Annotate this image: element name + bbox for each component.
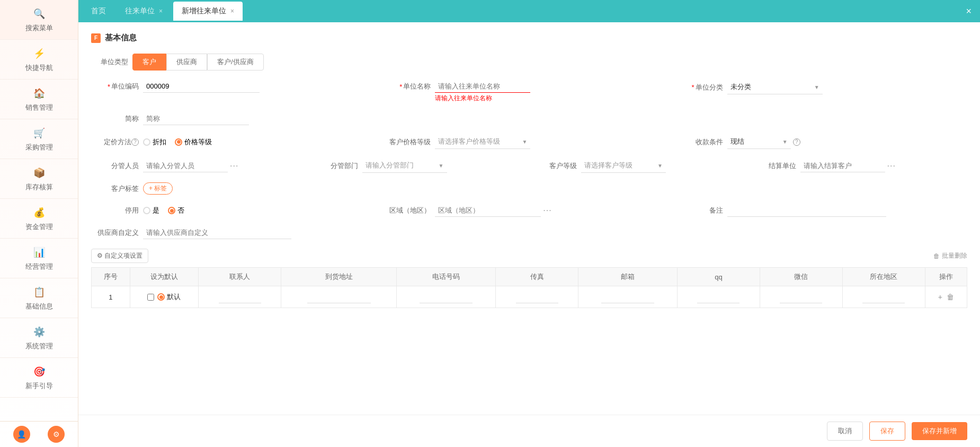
unit-type-customer-btn[interactable]: 客户 xyxy=(132,54,166,71)
sidebar-item-basic[interactable]: 📋 基础信息 xyxy=(0,278,78,318)
row-wechat-input[interactable] xyxy=(780,291,822,303)
sidebar-item-purchase[interactable]: 🛒 采购管理 xyxy=(0,119,78,159)
sidebar-item-system[interactable]: ⚙️ 系统管理 xyxy=(0,318,78,358)
remark-input[interactable] xyxy=(727,204,886,217)
sidebar: 🔍 搜索菜单 ⚡ 快捷导航 🏠 销售管理 🛒 采购管理 📦 库存核算 💰 资金管… xyxy=(0,0,78,447)
row-region[interactable] xyxy=(842,286,925,308)
row-email-input[interactable] xyxy=(601,291,654,303)
row-contact[interactable] xyxy=(199,286,281,308)
add-tag-button[interactable]: + 标签 xyxy=(143,182,173,195)
sidebar-item-guide[interactable]: 🎯 新手引导 xyxy=(0,358,78,398)
settlement-unit-dots[interactable]: ··· xyxy=(887,161,896,171)
supplier-custom-label-group: 供应商自定义 xyxy=(91,228,139,238)
region-field: 区域（地区） ··· xyxy=(383,204,675,217)
sidebar-item-sales[interactable]: 🏠 销售管理 xyxy=(0,80,78,119)
unit-name-input[interactable] xyxy=(435,80,530,93)
row-region-input[interactable] xyxy=(862,291,905,303)
tab-units[interactable]: 往来单位 × xyxy=(117,2,171,21)
tab-units-close[interactable]: × xyxy=(159,8,163,14)
row-address-input[interactable] xyxy=(307,291,371,303)
unit-type-both-btn[interactable]: 客户/供应商 xyxy=(207,54,264,71)
pricing-discount-radio[interactable]: 折扣 xyxy=(143,137,166,147)
manager-field: 分管人员 ··· xyxy=(91,160,310,172)
row-qq-input[interactable] xyxy=(697,291,740,303)
batch-delete-button[interactable]: 🗑 批量删除 xyxy=(933,251,967,260)
sidebar-item-label: 资金管理 xyxy=(25,222,53,232)
unit-category-value: 未分类 xyxy=(730,82,812,92)
row-address[interactable] xyxy=(281,286,397,308)
row-del-btn[interactable]: 🗑 xyxy=(947,293,954,301)
row-fax[interactable] xyxy=(496,286,578,308)
sidebar-item-finance[interactable]: 💰 资金管理 xyxy=(0,199,78,239)
region-dots[interactable]: ··· xyxy=(543,206,551,215)
department-select[interactable]: 请输入分管部门 ▼ xyxy=(362,159,447,173)
settlement-unit-label: 结算单位 xyxy=(769,161,796,171)
sidebar-bottom: 👤 ⚙ xyxy=(0,421,78,447)
section-title-icon: F xyxy=(91,33,101,43)
tab-bar-close-all[interactable]: × xyxy=(961,6,976,17)
row-phone[interactable] xyxy=(397,286,496,308)
sidebar-item-label: 搜索菜单 xyxy=(25,23,53,33)
sidebar-user-btn[interactable]: 👤 xyxy=(13,426,30,443)
settlement-unit-input[interactable] xyxy=(800,160,885,172)
row-phone-input[interactable] xyxy=(420,291,473,303)
pricing-level-radio[interactable]: 价格等级 xyxy=(175,137,212,147)
payment-terms-value: 现结 xyxy=(730,137,780,146)
save-new-button[interactable]: 保存并新增 xyxy=(912,422,967,440)
unit-name-star: * xyxy=(399,83,402,91)
payment-terms-help[interactable]: ? xyxy=(793,138,800,146)
manager-dots[interactable]: ··· xyxy=(230,161,238,171)
supplier-custom-input[interactable] xyxy=(143,226,291,239)
payment-terms-select[interactable]: 现结 ▼ xyxy=(727,135,791,149)
row-qq[interactable] xyxy=(677,286,760,308)
short-name-input[interactable] xyxy=(143,112,249,125)
tab-new-unit[interactable]: 新增往来单位 × xyxy=(173,2,243,21)
payment-terms-label: 收款条件 xyxy=(696,137,723,147)
unit-name-label: 单位名称 xyxy=(403,82,431,91)
unit-category-chevron: ▼ xyxy=(814,84,819,90)
disabled-yes-circle xyxy=(143,207,150,214)
disabled-field: 停用 是 否 xyxy=(91,206,383,215)
settlement-unit-field: 结算单位 ··· xyxy=(749,160,968,172)
customer-price-level-placeholder: 请选择客户价格等级 xyxy=(438,137,520,146)
row-contact-input[interactable] xyxy=(219,291,261,303)
row-fax-input[interactable] xyxy=(516,291,558,303)
department-placeholder: 请输入分管部门 xyxy=(366,161,436,170)
save-button[interactable]: 保存 xyxy=(869,422,905,441)
unit-type-field: 单位类型 客户 供应商 客户/供应商 xyxy=(91,54,967,71)
sidebar-item-search[interactable]: 🔍 搜索菜单 xyxy=(0,0,78,40)
disabled-no-radio[interactable]: 否 xyxy=(168,206,184,215)
sidebar-item-label: 库存核算 xyxy=(25,182,53,192)
row-select-checkbox[interactable] xyxy=(147,294,154,301)
sidebar-item-inventory[interactable]: 📦 库存核算 xyxy=(0,159,78,199)
tab-new-unit-close[interactable]: × xyxy=(230,8,234,14)
unit-category-select[interactable]: 未分类 ▼ xyxy=(727,80,823,94)
customer-price-level-select[interactable]: 请选择客户价格等级 ▼ xyxy=(435,135,530,149)
cancel-button[interactable]: 取消 xyxy=(827,422,863,441)
row-add-btn[interactable]: + xyxy=(938,293,942,301)
sidebar-settings-btn[interactable]: ⚙ xyxy=(48,426,65,443)
manager-input[interactable] xyxy=(143,160,228,172)
sidebar-item-operations[interactable]: 📊 经营管理 xyxy=(0,239,78,278)
table-body: 1 默认 xyxy=(92,286,967,308)
customer-level-select[interactable]: 请选择客户等级 ▼ xyxy=(581,159,666,173)
unit-type-supplier-btn[interactable]: 供应商 xyxy=(166,54,207,71)
sidebar-item-label: 销售管理 xyxy=(25,103,53,112)
payment-terms-field: 收款条件 现结 ▼ ? xyxy=(675,135,967,149)
custom-settings-button[interactable]: ⚙ 自定义项设置 xyxy=(91,249,148,263)
row-default-checkbox[interactable]: 默认 xyxy=(130,286,199,308)
sales-icon: 🏠 xyxy=(32,86,47,101)
main-area: 首页 往来单位 × 新增往来单位 × × F 基本信息 单位类型 客户 供应商 … xyxy=(78,0,980,447)
sidebar-item-quick-nav[interactable]: ⚡ 快捷导航 xyxy=(0,40,78,80)
row-wechat[interactable] xyxy=(760,286,842,308)
region-input[interactable] xyxy=(435,204,541,217)
disabled-yes-radio[interactable]: 是 xyxy=(143,206,159,215)
row-email[interactable] xyxy=(578,286,678,308)
sidebar-item-label: 采购管理 xyxy=(25,143,53,152)
row-default-radio[interactable]: 默认 xyxy=(157,292,181,302)
pricing-method-help[interactable]: ? xyxy=(131,138,139,146)
unit-code-input[interactable] xyxy=(143,80,260,93)
col-fax: 传真 xyxy=(496,268,578,286)
payment-terms-label-group: 收款条件 xyxy=(675,137,723,147)
tab-home[interactable]: 首页 xyxy=(83,2,114,21)
